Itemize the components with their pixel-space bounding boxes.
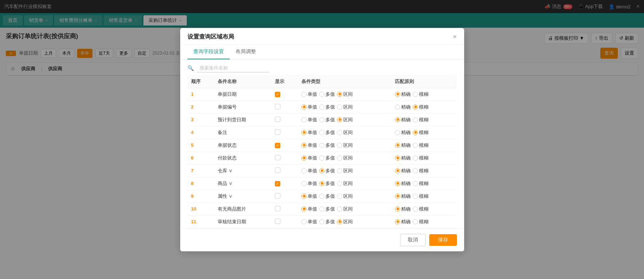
display-checkbox[interactable] — [275, 117, 280, 122]
tab-query-fields[interactable]: 查询字段设置 — [187, 45, 230, 59]
rule-radio-1[interactable]: 模糊 — [413, 206, 428, 212]
type-radio-1[interactable]: 多值 — [319, 117, 335, 123]
type-radio-0[interactable]: 单值 — [301, 168, 317, 174]
type-radio-2[interactable]: 区间 — [337, 129, 353, 136]
modal-close-button[interactable]: × — [453, 34, 457, 40]
cell-type: 单值多值区间 — [298, 190, 391, 203]
type-radio-0[interactable]: 单值 — [301, 206, 317, 212]
type-radio-2[interactable]: 区间 — [337, 168, 353, 174]
cell-display[interactable]: ✓ — [271, 139, 298, 152]
display-checkbox[interactable] — [275, 155, 280, 160]
rule-radio-0[interactable]: 精确 — [395, 168, 411, 174]
cancel-button[interactable]: 取消 — [400, 234, 426, 246]
tab-layout-adjust[interactable]: 布局调整 — [230, 45, 262, 59]
cell-display[interactable] — [271, 215, 298, 228]
rule-radio-0[interactable]: 精确 — [395, 129, 411, 136]
display-checkbox[interactable] — [275, 129, 280, 135]
type-radio-0[interactable]: 单值 — [301, 180, 317, 187]
cell-display[interactable]: ✓ — [271, 177, 298, 190]
type-radio-1[interactable]: 多值 — [319, 180, 335, 187]
radio-dot — [301, 207, 307, 212]
radio-dot — [319, 168, 324, 173]
display-checkbox[interactable] — [275, 168, 280, 173]
type-radio-2[interactable]: 区间 — [337, 91, 353, 98]
cell-order: 5 — [187, 139, 214, 152]
rule-radio-1[interactable]: 模糊 — [413, 219, 428, 225]
rule-radio-1[interactable]: 模糊 — [413, 117, 428, 123]
type-radio-1[interactable]: 多值 — [319, 193, 335, 200]
type-radio-1[interactable]: 多值 — [319, 219, 335, 225]
radio-dot — [337, 181, 342, 186]
type-radio-2[interactable]: 区间 — [337, 117, 353, 123]
type-radio-0[interactable]: 单值 — [301, 142, 317, 149]
cell-order: 1 — [187, 88, 214, 101]
type-radio-0[interactable]: 单值 — [301, 91, 317, 98]
rule-radio-0[interactable]: 精确 — [395, 104, 411, 110]
type-radio-2[interactable]: 区间 — [337, 180, 353, 187]
modal-title: 设置查询区域布局 — [187, 33, 234, 41]
cell-display[interactable] — [271, 113, 298, 126]
radio-dot — [337, 219, 342, 224]
rule-radio-1[interactable]: 模糊 — [413, 193, 428, 200]
display-checkbox[interactable] — [275, 193, 280, 199]
rule-radio-1[interactable]: 模糊 — [413, 142, 428, 149]
rule-radio-0[interactable]: 精确 — [395, 193, 411, 200]
cell-order: 3 — [187, 113, 214, 126]
type-radio-0[interactable]: 单值 — [301, 104, 317, 110]
display-checkbox[interactable] — [275, 206, 280, 211]
display-checkbox[interactable]: ✓ — [275, 92, 280, 97]
type-radio-1[interactable]: 多值 — [319, 91, 335, 98]
cell-display[interactable] — [271, 152, 298, 164]
rule-radio-1[interactable]: 模糊 — [413, 168, 428, 174]
cell-display[interactable] — [271, 164, 298, 177]
rule-radio-0[interactable]: 精确 — [395, 117, 411, 123]
type-radio-2[interactable]: 区间 — [337, 104, 353, 110]
rule-radio-0[interactable]: 精确 — [395, 142, 411, 149]
rule-radio-1[interactable]: 模糊 — [413, 180, 428, 187]
type-radio-0[interactable]: 单值 — [301, 129, 317, 136]
rule-radio-1[interactable]: 模糊 — [413, 129, 428, 136]
cell-display[interactable] — [271, 126, 298, 139]
type-radio-0[interactable]: 单值 — [301, 117, 317, 123]
rule-radio-0[interactable]: 精确 — [395, 155, 411, 161]
rule-radio-0[interactable]: 精确 — [395, 180, 411, 187]
type-radio-2[interactable]: 区间 — [337, 155, 353, 161]
type-radio-2[interactable]: 区间 — [337, 142, 353, 149]
display-checkbox[interactable]: ✓ — [275, 181, 280, 186]
type-radio-2[interactable]: 区间 — [337, 219, 353, 225]
modal-dialog: 设置查询区域布局 × 查询字段设置 布局调整 🔍 顺序 条件名称 显示 条件类型 — [180, 28, 464, 251]
cell-display[interactable]: ✓ — [271, 88, 298, 101]
cell-display[interactable] — [271, 190, 298, 203]
rule-radio-1[interactable]: 模糊 — [413, 104, 428, 110]
rule-radio-1[interactable]: 模糊 — [413, 91, 428, 98]
type-radio-2[interactable]: 区间 — [337, 206, 353, 212]
rule-radio-0[interactable]: 精确 — [395, 206, 411, 212]
display-checkbox[interactable]: ✓ — [275, 143, 280, 148]
cell-display[interactable] — [271, 101, 298, 113]
rule-radio-1[interactable]: 模糊 — [413, 155, 428, 161]
type-radio-2[interactable]: 区间 — [337, 193, 353, 200]
type-radio-1[interactable]: 多值 — [319, 142, 335, 149]
modal-overlay[interactable]: 设置查询区域布局 × 查询字段设置 布局调整 🔍 顺序 条件名称 显示 条件类型 — [0, 0, 644, 279]
type-radio-0[interactable]: 单值 — [301, 219, 317, 225]
search-input[interactable] — [197, 64, 269, 72]
type-radio-1[interactable]: 多值 — [319, 129, 335, 136]
rule-radio-0[interactable]: 精确 — [395, 91, 411, 98]
radio-dot — [395, 219, 400, 224]
type-radio-1[interactable]: 多值 — [319, 206, 335, 212]
save-button[interactable]: 保存 — [429, 234, 457, 246]
radio-dot — [301, 194, 307, 199]
display-checkbox[interactable] — [275, 104, 280, 109]
type-radio-1[interactable]: 多值 — [319, 155, 335, 161]
type-radio-1[interactable]: 多值 — [319, 104, 335, 110]
cell-name: 备注 — [214, 126, 271, 139]
radio-dot — [395, 168, 400, 173]
type-radio-0[interactable]: 单值 — [301, 155, 317, 161]
display-checkbox[interactable] — [275, 219, 280, 224]
cell-order: 8 — [187, 177, 214, 190]
rule-radio-0[interactable]: 精确 — [395, 219, 411, 225]
cell-display[interactable] — [271, 203, 298, 215]
type-radio-0[interactable]: 单值 — [301, 193, 317, 200]
type-radio-1[interactable]: 多值 — [319, 168, 335, 174]
th-name: 条件名称 — [214, 75, 271, 88]
